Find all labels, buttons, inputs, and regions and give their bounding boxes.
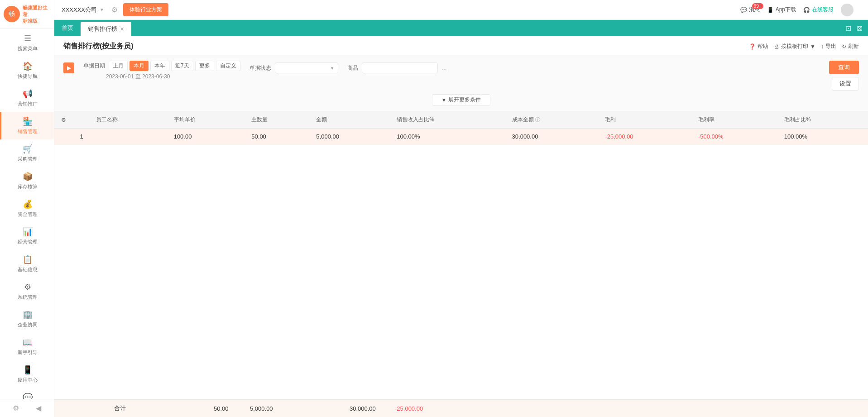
status-select-wrapper: ▼ <box>275 62 338 73</box>
status-select[interactable] <box>275 62 338 73</box>
wechat-icon: 💬 <box>23 393 33 399</box>
print-button[interactable]: 🖨 按模板打印 ▼ <box>774 43 815 50</box>
tab-sales-ranking[interactable]: 销售排行榜 ✕ <box>81 22 131 36</box>
sidebar-item-purchase[interactable]: 🛒 采购管理 <box>0 139 54 167</box>
sidebar-item-system[interactable]: ⚙ 系统管理 <box>0 278 54 305</box>
cell-gross: -25,000.00 <box>599 129 692 145</box>
tab-close-icon[interactable]: ✕ <box>120 26 124 32</box>
sidebar-item-app-center[interactable]: 📱 应用中心 <box>0 360 54 388</box>
col-avg-price: 平均单价 <box>168 111 246 129</box>
help-button[interactable]: ❓ 帮助 <box>749 43 768 50</box>
sidebar-item-sales[interactable]: 🏪 销售管理 <box>0 112 54 139</box>
cell-amount: 5,000.00 <box>311 129 391 145</box>
cell-gross-rate: -500.00% <box>693 129 779 145</box>
filter-collapse-btn[interactable]: ▶ <box>63 62 74 73</box>
goods-input[interactable] <box>362 62 438 73</box>
company-selector[interactable]: XXXXXX公司 ▼ <box>62 6 104 14</box>
operations-icon: 📊 <box>23 227 33 237</box>
footer-cost: 30,000.00 <box>350 405 395 412</box>
footer-gross: -25,000.00 <box>395 405 440 412</box>
page-content: 销售排行榜(按业务员) ❓ 帮助 🖨 按模板打印 ▼ ↑ 导出 <box>54 36 868 417</box>
sidebar-item-operations[interactable]: 📊 经营管理 <box>0 222 54 250</box>
topbar-gear-icon[interactable]: ⚙ <box>111 5 118 14</box>
basic-info-icon: 📋 <box>23 254 33 264</box>
print-dropdown-icon: ▼ <box>810 43 815 50</box>
date-options: 上月 本月 本年 近7天 更多 自定义 <box>109 61 240 71</box>
filter-area: ▶ 单据日期 上月 本月 本年 近7天 更多 自定义 <box>54 55 868 111</box>
page-title: 销售排行榜(按业务员) <box>63 42 134 51</box>
sidebar-item-finance[interactable]: 💰 资金管理 <box>0 195 54 222</box>
sidebar-logo: 畅 畅康通好生意 标准版 <box>0 0 54 29</box>
expand-more-btn[interactable]: ▼ 展开更多条件 <box>432 94 491 105</box>
goods-more-icon[interactable]: … <box>441 65 447 71</box>
settings-button[interactable]: 设置 <box>832 77 859 91</box>
footer-amount: 5,000.00 <box>250 405 295 412</box>
footer-total-label: 合计 <box>114 404 168 412</box>
date-btn-current-year[interactable]: 本年 <box>150 61 169 71</box>
date-range-display: 2023-06-01 至 2023-06-30 <box>83 73 240 81</box>
search-menu-icon: ☰ <box>24 34 31 43</box>
col-rank <box>72 111 91 129</box>
cell-cost: 30,000.00 <box>507 129 600 145</box>
purchase-icon: 🛒 <box>23 144 33 154</box>
logo-text: 畅康通好生意 标准版 <box>23 5 50 24</box>
topbar-right: 💬 消息 99+ 📱 App下载 🎧 在线客服 <box>740 4 861 16</box>
sidebar: 畅 畅康通好生意 标准版 ☰ 搜索菜单 🏠 快捷导航 📢 营销推广 🏪 销 <box>0 0 54 417</box>
user-avatar[interactable] <box>841 4 854 16</box>
date-btn-current-month[interactable]: 本月 <box>129 61 149 71</box>
col-qty: 主数量 <box>246 111 311 129</box>
status-label: 单据状态 <box>249 64 271 72</box>
sidebar-item-search[interactable]: ☰ 搜索菜单 <box>0 29 54 57</box>
cost-info-icon: ⓘ <box>535 117 540 122</box>
date-btn-more[interactable]: 更多 <box>195 61 214 71</box>
message-button[interactable]: 💬 消息 99+ <box>740 6 760 14</box>
date-filter-group: 单据日期 上月 本月 本年 近7天 更多 自定义 2023-06-01 至 20… <box>83 61 240 81</box>
cell-qty: 50.00 <box>246 129 311 145</box>
refresh-icon: ↻ <box>842 43 846 50</box>
sidebar-item-marketing[interactable]: 📢 营销推广 <box>0 84 54 112</box>
sidebar-item-enterprise[interactable]: 🏢 企业协同 <box>0 305 54 333</box>
table-container: ⚙ 员工名称 平均单价 主数量 全额 销售收入占比% 成本全额 ⓘ 毛利 毛利率… <box>54 111 868 255</box>
service-icon: 🎧 <box>803 7 810 13</box>
cell-name <box>91 129 168 145</box>
app-download-button[interactable]: 📱 App下载 <box>767 6 796 14</box>
tab-bar: 首页 销售排行榜 ✕ ⊡ ⊠ <box>54 20 868 36</box>
online-service-button[interactable]: 🎧 在线客服 <box>803 6 834 14</box>
table-row: 1 100.00 50.00 5,000.00 100.00% 30,000.0… <box>54 129 868 145</box>
refresh-button[interactable]: ↻ 刷新 <box>842 43 859 50</box>
sidebar-item-quick-nav[interactable]: 🏠 快捷导航 <box>0 57 54 84</box>
tab-home[interactable]: 首页 <box>54 20 81 36</box>
company-dropdown-icon: ▼ <box>100 7 104 12</box>
tab-maximize-icon[interactable]: ⊠ <box>857 24 863 33</box>
col-gross: 毛利 <box>599 111 692 129</box>
sidebar-item-wechat[interactable]: 💬 企业微信 <box>0 388 54 399</box>
sidebar-item-inventory[interactable]: 📦 库存核算 <box>0 167 54 195</box>
system-icon: ⚙ <box>24 282 31 292</box>
goods-label: 商品 <box>347 64 358 72</box>
table-footer: 合计 50.00 5,000.00 30,000.00 -25,000.00 <box>54 399 868 417</box>
col-settings[interactable]: ⚙ <box>54 111 72 129</box>
goods-filter-group: 商品 … <box>347 62 447 73</box>
help-icon: ❓ <box>749 43 756 50</box>
cell-settings <box>54 129 72 145</box>
sidebar-item-basic-info[interactable]: 📋 基础信息 <box>0 250 54 278</box>
date-btn-last-month[interactable]: 上月 <box>109 61 128 71</box>
trial-button[interactable]: 体验行业方案 <box>123 3 168 16</box>
app-icon: 📱 <box>767 7 774 13</box>
home-icon: 🏠 <box>23 61 33 71</box>
tab-minimize-icon[interactable]: ⊡ <box>845 24 851 33</box>
cell-gross-pct: 100.00% <box>779 129 868 145</box>
page-header: 销售排行榜(按业务员) ❓ 帮助 🖨 按模板打印 ▼ ↑ 导出 <box>54 36 868 55</box>
data-table: ⚙ 员工名称 平均单价 主数量 全额 销售收入占比% 成本全额 ⓘ 毛利 毛利率… <box>54 111 868 145</box>
settings-footer-icon[interactable]: ⚙ <box>13 404 19 412</box>
date-btn-custom[interactable]: 自定义 <box>216 61 240 71</box>
print-icon: 🖨 <box>774 43 779 50</box>
company-name: XXXXXX公司 <box>62 6 97 14</box>
date-btn-7days[interactable]: 近7天 <box>171 61 193 71</box>
message-icon: 💬 <box>740 7 747 13</box>
col-name: 员工名称 <box>91 111 168 129</box>
query-button[interactable]: 查询 <box>829 61 859 74</box>
collapse-sidebar-icon[interactable]: ◀ <box>36 404 41 412</box>
sidebar-item-guide[interactable]: 📖 新手引导 <box>0 333 54 360</box>
export-button[interactable]: ↑ 导出 <box>821 43 836 50</box>
